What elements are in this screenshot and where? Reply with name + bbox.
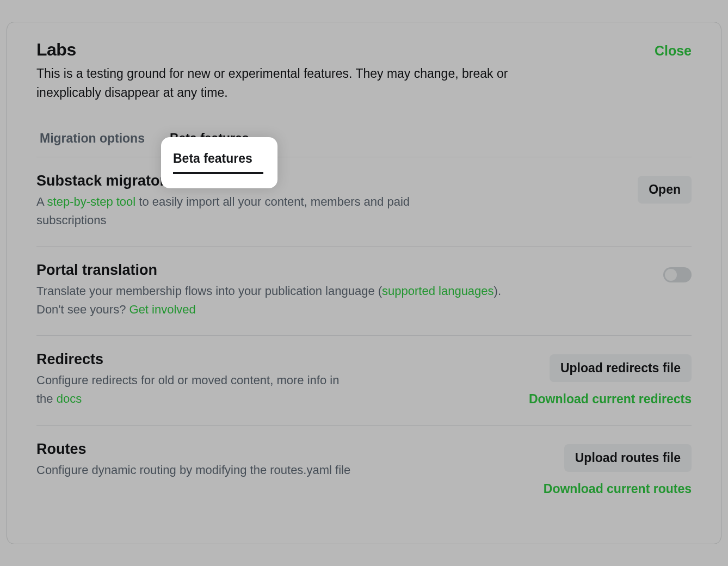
modal-header: Labs Close bbox=[36, 40, 692, 60]
row-description: Configure dynamic routing by modifying t… bbox=[36, 461, 350, 479]
close-button[interactable]: Close bbox=[655, 40, 692, 59]
row-routes: Routes Configure dynamic routing by modi… bbox=[36, 426, 692, 513]
row-substack-migrator: Substack migrator A step-by-step tool to… bbox=[36, 157, 692, 247]
page-subtitle: This is a testing ground for new or expe… bbox=[36, 64, 542, 102]
row-left: Redirects Configure redirects for old or… bbox=[36, 351, 341, 408]
row-title: Substack migrator bbox=[36, 173, 461, 189]
row-title: Redirects bbox=[36, 351, 341, 368]
page-title: Labs bbox=[36, 40, 76, 60]
upload-routes-button[interactable]: Upload routes file bbox=[564, 444, 692, 472]
row-right: Open bbox=[528, 173, 692, 204]
tab-beta-features[interactable]: Beta features bbox=[169, 128, 250, 157]
row-description: Translate your membership flows into you… bbox=[36, 282, 507, 319]
row-description: Configure redirects for old or moved con… bbox=[36, 371, 341, 408]
row-right: Upload redirects file Download current r… bbox=[528, 351, 692, 407]
tab-bar: Migration options Beta features placehol… bbox=[36, 128, 692, 157]
download-routes-link[interactable]: Download current routes bbox=[544, 482, 692, 496]
open-button[interactable]: Open bbox=[638, 176, 692, 204]
get-involved-link[interactable]: Get involved bbox=[129, 303, 196, 316]
tab-migration-options[interactable]: Migration options bbox=[39, 128, 146, 157]
row-portal-translation: Portal translation Translate your member… bbox=[36, 247, 692, 336]
row-right: Upload routes file Download current rout… bbox=[528, 441, 692, 496]
toggle-knob bbox=[665, 269, 677, 281]
step-by-step-tool-link[interactable]: step-by-step tool bbox=[47, 195, 136, 208]
labs-modal: Labs Close This is a testing ground for … bbox=[7, 22, 721, 544]
row-right bbox=[528, 262, 692, 282]
download-redirects-link[interactable]: Download current redirects bbox=[529, 392, 692, 407]
row-left: Substack migrator A step-by-step tool to… bbox=[36, 173, 461, 230]
desc-text: Configure redirects for old or moved con… bbox=[36, 373, 339, 405]
desc-text: Translate your membership flows into you… bbox=[36, 284, 382, 298]
desc-text: A bbox=[36, 195, 47, 208]
upload-redirects-button[interactable]: Upload redirects file bbox=[550, 354, 692, 382]
row-left: Routes Configure dynamic routing by modi… bbox=[36, 441, 350, 479]
row-left: Portal translation Translate your member… bbox=[36, 262, 507, 319]
redirects-docs-link[interactable]: docs bbox=[57, 392, 82, 405]
portal-translation-toggle[interactable] bbox=[663, 267, 692, 282]
row-redirects: Redirects Configure redirects for old or… bbox=[36, 336, 692, 425]
row-title: Portal translation bbox=[36, 262, 507, 279]
row-title: Routes bbox=[36, 441, 350, 458]
supported-languages-link[interactable]: supported languages bbox=[382, 284, 494, 298]
tab-placeholder: placeholder bbox=[273, 128, 346, 157]
row-description: A step-by-step tool to easily import all… bbox=[36, 193, 461, 230]
